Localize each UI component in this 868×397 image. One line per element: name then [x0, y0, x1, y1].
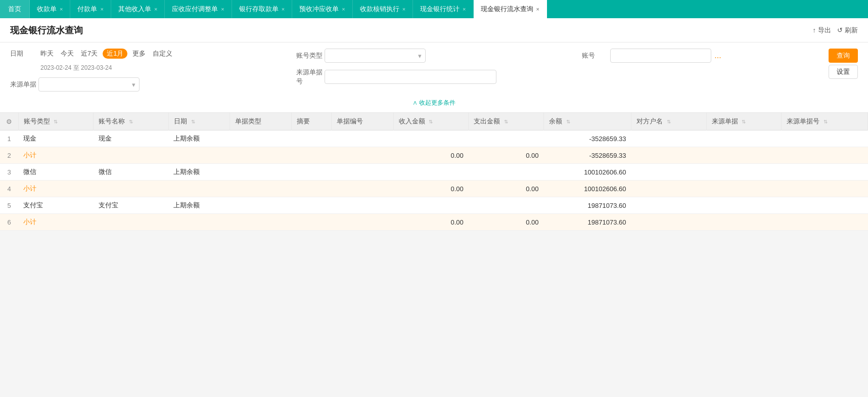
th-income[interactable]: 收入金额 ⇅: [393, 113, 469, 130]
source-doc-no-label: 来源单据号: [296, 68, 325, 86]
th-account-name[interactable]: 账号名称 ⇅: [94, 113, 169, 130]
source-doc-no-input[interactable]: [325, 70, 496, 84]
row-account-name: 现金: [94, 130, 169, 147]
row-date: 上期余额: [168, 164, 230, 181]
shortcut-today[interactable]: 今天: [59, 49, 76, 59]
account-label: 账号: [582, 51, 610, 60]
row-doc-type: [230, 214, 291, 231]
th-summary: 摘要: [292, 113, 332, 130]
source-doc-select[interactable]: [38, 77, 140, 92]
source-doc-no-row: 来源单据号: [296, 68, 572, 86]
row-source-doc-no: [782, 147, 868, 164]
row-summary: [292, 181, 332, 197]
row-source-doc: [706, 181, 782, 197]
action-buttons: 查询 设置: [829, 49, 858, 79]
row-account-type: 小计: [18, 214, 94, 231]
query-button[interactable]: 查询: [829, 49, 858, 63]
close-receipt-icon[interactable]: ×: [60, 6, 63, 12]
row-counterpart: [631, 147, 707, 164]
top-nav: 首页 收款单 × 付款单 × 其他收入单 × 应收应付调整单 × 银行存取款单 …: [0, 0, 868, 18]
row-doc-no: [332, 197, 393, 214]
nav-home[interactable]: 首页: [0, 0, 30, 18]
nav-receipt[interactable]: 收款单 ×: [30, 0, 70, 18]
nav-cash-stat[interactable]: 现金银行统计 ×: [413, 0, 473, 18]
row-account-type: 微信: [18, 164, 94, 181]
th-doc-type: 单据类型: [230, 113, 291, 130]
row-balance: -3528659.33: [543, 147, 631, 164]
th-source-doc-no[interactable]: 来源单据号 ⇅: [782, 113, 868, 130]
row-counterpart: [631, 214, 707, 231]
row-account-name: 微信: [94, 164, 169, 181]
filter-area: 日期 昨天 今天 近7天 近1月 更多 自定义 2023-02-24 至 202…: [0, 42, 868, 113]
nav-writeoff[interactable]: 收款核销执行 ×: [353, 0, 413, 18]
row-expense: 0.00: [469, 181, 544, 197]
row-source-doc: [706, 130, 782, 147]
shortcut-1month[interactable]: 近1月: [103, 49, 127, 59]
table-container: ⚙ 账号类型 ⇅ 账号名称 ⇅ 日期 ⇅ 单据类型 摘要: [0, 113, 868, 231]
source-doc-row: 来源单据: [10, 77, 286, 92]
collapse-bar[interactable]: ∧ 收起更多条件: [10, 97, 858, 108]
row-doc-type: [230, 181, 291, 197]
row-doc-type: [230, 147, 291, 164]
row-account-name: [94, 214, 169, 231]
row-doc-no: [332, 164, 393, 181]
nav-payment[interactable]: 付款单 ×: [70, 0, 111, 18]
row-doc-type: [230, 197, 291, 214]
row-account-name: [94, 147, 169, 164]
row-expense: 0.00: [469, 147, 544, 164]
row-income: [393, 130, 469, 147]
th-gear[interactable]: ⚙: [0, 113, 18, 130]
date-filter-row: 日期 昨天 今天 近7天 近1月 更多 自定义: [10, 49, 286, 59]
export-button[interactable]: ↑ 导出: [813, 26, 832, 35]
nav-cash-flow[interactable]: 现金银行流水查询 ×: [474, 0, 547, 18]
row-counterpart: [631, 181, 707, 197]
row-expense: [469, 164, 544, 181]
sort-account-name-icon: ⇅: [129, 119, 133, 124]
close-payment-icon[interactable]: ×: [100, 6, 103, 12]
row-doc-type: [230, 164, 291, 181]
close-prepay-icon[interactable]: ×: [342, 6, 345, 12]
close-ar-ap-icon[interactable]: ×: [221, 6, 224, 12]
table-row: 5支付宝支付宝上期余额19871073.60: [0, 197, 868, 214]
row-income: 0.00: [393, 214, 469, 231]
refresh-button[interactable]: ↺ 刷新: [837, 26, 858, 35]
nav-bank-deposit[interactable]: 银行存取款单 ×: [232, 0, 292, 18]
nav-prepay[interactable]: 预收冲应收单 ×: [292, 0, 352, 18]
sort-balance-icon: ⇅: [566, 119, 570, 124]
row-balance: 19871073.60: [543, 197, 631, 214]
shortcut-7days[interactable]: 近7天: [79, 49, 100, 59]
row-index: 2: [0, 147, 18, 164]
table-row: 4小计0.000.00100102606.60: [0, 181, 868, 197]
row-doc-no: [332, 130, 393, 147]
th-counterpart[interactable]: 对方户名 ⇅: [631, 113, 707, 130]
th-expense[interactable]: 支出金额 ⇅: [469, 113, 544, 130]
nav-ar-ap-adjust[interactable]: 应收应付调整单 ×: [165, 0, 232, 18]
close-bank-deposit-icon[interactable]: ×: [282, 6, 285, 12]
shortcut-custom[interactable]: 自定义: [151, 49, 174, 59]
close-cash-stat-icon[interactable]: ×: [463, 6, 466, 12]
account-type-select[interactable]: [325, 49, 426, 63]
account-input[interactable]: [610, 49, 711, 63]
account-row: 账号 ...: [582, 49, 820, 63]
account-more-button[interactable]: ...: [714, 51, 721, 60]
nav-other-income[interactable]: 其他收入单 ×: [111, 0, 165, 18]
shortcut-yesterday[interactable]: 昨天: [38, 49, 56, 59]
th-account-type[interactable]: 账号类型 ⇅: [18, 113, 94, 130]
th-date[interactable]: 日期 ⇅: [168, 113, 230, 130]
close-cash-flow-icon[interactable]: ×: [536, 6, 539, 12]
export-icon: ↑: [813, 26, 816, 34]
close-other-income-icon[interactable]: ×: [154, 6, 157, 12]
row-balance: -3528659.33: [543, 130, 631, 147]
row-index: 6: [0, 214, 18, 231]
th-balance[interactable]: 余额 ⇅: [543, 113, 631, 130]
row-expense: [469, 197, 544, 214]
shortcut-more[interactable]: 更多: [130, 49, 148, 59]
th-source-doc[interactable]: 来源单据 ⇅: [706, 113, 782, 130]
settings-button[interactable]: 设置: [829, 65, 858, 79]
close-writeoff-icon[interactable]: ×: [402, 6, 405, 12]
row-account-name: [94, 181, 169, 197]
row-expense: [469, 130, 544, 147]
account-type-label: 账号类型: [296, 51, 325, 60]
row-index: 4: [0, 181, 18, 197]
row-balance: 100102606.60: [543, 181, 631, 197]
